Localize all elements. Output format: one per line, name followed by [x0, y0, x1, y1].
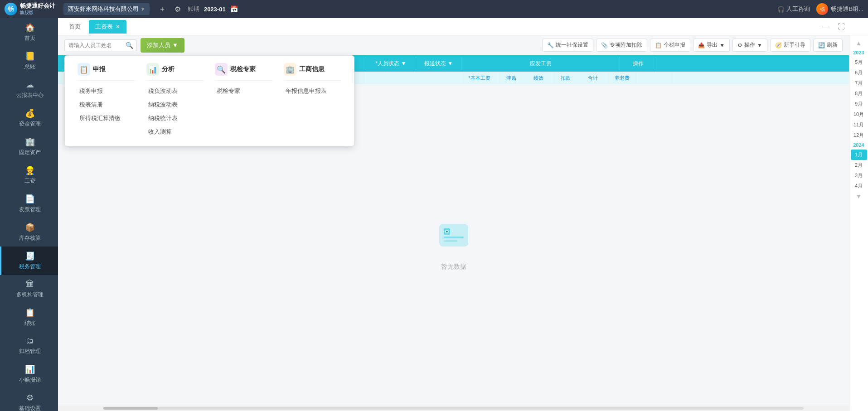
- chevron-down-ops-icon: ▼: [757, 42, 762, 48]
- guide-toolbar-button[interactable]: 🧭 新手引导: [770, 39, 810, 52]
- cal-month-2[interactable]: 2月: [851, 160, 867, 170]
- ledger-icon: 📒: [25, 51, 35, 61]
- dropdown-item-income-forecast[interactable]: 收入测算: [146, 125, 204, 139]
- dropdown-menu: 📋 申报 税务申报 税表清册 所得税汇算清缴 📊 分析 税负波动表 纳税波动表 …: [64, 55, 354, 146]
- sub-th-total: 合计: [579, 72, 606, 84]
- search-icon: 🔍: [126, 42, 133, 49]
- dropdown-item-annual-report[interactable]: 年报信息申报表: [284, 84, 342, 98]
- home-icon: 🏠: [25, 23, 35, 33]
- minimize-button[interactable]: —: [819, 20, 833, 34]
- dropdown-item-tax-clearance[interactable]: 税表清册: [78, 98, 136, 111]
- tab-home[interactable]: 首页: [63, 20, 87, 34]
- cal-arrow-down[interactable]: ▼: [854, 191, 864, 201]
- cal-month-9[interactable]: 9月: [851, 99, 867, 109]
- sidebar-label-settings: 基础设置: [19, 405, 41, 411]
- assets-icon: 🏢: [25, 137, 35, 147]
- add-icon[interactable]: ＋: [157, 4, 168, 15]
- user-menu[interactable]: 畅 畅捷通B组...: [816, 3, 863, 15]
- invoice-icon: 📄: [25, 194, 35, 204]
- period-label: 账期: [188, 5, 199, 13]
- sidebar-label-assets: 固定资产: [19, 149, 41, 156]
- restore-button[interactable]: ⛶: [834, 20, 848, 34]
- sidebar-item-cloud-report[interactable]: ☁ 云报表中心: [0, 75, 58, 104]
- calendar-icon[interactable]: 📅: [230, 5, 238, 13]
- cal-month-1[interactable]: 1月: [851, 150, 867, 160]
- th-status: *人员状态 ▼: [366, 57, 416, 70]
- top-bar-right: 🎧 人工咨询 畅 畅捷通B组...: [777, 3, 863, 15]
- right-calendar: ▲ 2023 5月 6月 7月 8月 9月 10月 11月 12月 2024 1…: [849, 35, 868, 411]
- tax-declaration-button[interactable]: 📋 个税申报: [650, 39, 690, 52]
- sidebar-item-multi-org[interactable]: 🏛 多机构管理: [0, 275, 58, 303]
- sidebar-item-settings[interactable]: ⚙ 基础设置: [0, 388, 58, 411]
- dropdown-item-income-tax[interactable]: 所得税汇算清缴: [78, 111, 136, 125]
- company-selector[interactable]: 西安虾米网络科技有限公司 ▼: [63, 3, 150, 15]
- cal-month-10[interactable]: 10月: [851, 109, 867, 120]
- dropdown-item-tax-fluctuation[interactable]: 纳税波动表: [146, 98, 204, 111]
- tab-close-icon[interactable]: ✕: [116, 24, 120, 30]
- sidebar-label-payroll: 工资: [24, 177, 35, 185]
- dropdown-section-biz-info: 🏢 工商信息 年报信息申报表: [278, 63, 347, 139]
- dropdown-section-analysis: 📊 分析 税负波动表 纳税波动表 纳税统计表 收入测算: [141, 63, 210, 139]
- sidebar-item-payroll[interactable]: 👷 工资: [0, 161, 58, 189]
- dropdown-item-tax-expert[interactable]: 税检专家: [215, 84, 273, 98]
- cal-month-7[interactable]: 7月: [851, 78, 867, 88]
- sidebar-item-inventory[interactable]: 📦 库存核算: [0, 218, 58, 247]
- analysis-section-icon: 📊: [146, 63, 159, 76]
- sidebar-label-close-period: 结账: [24, 319, 35, 327]
- search-box[interactable]: 🔍: [64, 39, 137, 51]
- sidebar-item-fund[interactable]: 💰 资金管理: [0, 104, 58, 132]
- guide-toolbar-icon: 🧭: [775, 42, 782, 48]
- svg-rect-0: [439, 224, 468, 247]
- headset-icon: 🎧: [777, 6, 785, 13]
- cal-month-6[interactable]: 6月: [851, 68, 867, 78]
- logo-icon: 畅: [5, 3, 17, 15]
- refresh-button[interactable]: 🔄 刷新: [813, 39, 843, 52]
- cal-month-4[interactable]: 4月: [851, 181, 867, 191]
- sidebar-item-ledger[interactable]: 📒 总账: [0, 47, 58, 75]
- operations-button[interactable]: ⚙ 操作 ▼: [732, 39, 767, 52]
- export-button[interactable]: 📤 导出 ▼: [693, 39, 730, 52]
- dropdown-item-tax-declaration[interactable]: 税务申报: [78, 84, 136, 98]
- sidebar-item-home[interactable]: 🏠 首页: [0, 18, 58, 47]
- search-input[interactable]: [68, 42, 123, 48]
- sidebar-item-invoice[interactable]: 📄 发票管理: [0, 189, 58, 218]
- th-ops: 操作: [620, 57, 656, 70]
- sidebar-item-archive[interactable]: 🗂 归档管理: [0, 332, 58, 360]
- social-insurance-button[interactable]: 🔧 统一社保设置: [542, 39, 593, 52]
- cal-month-3[interactable]: 3月: [851, 170, 867, 181]
- sidebar-item-tax[interactable]: 🧾 税务管理: [0, 247, 58, 275]
- svg-rect-2: [444, 237, 464, 238]
- sidebar-item-close-period[interactable]: 📋 结账: [0, 303, 58, 332]
- add-person-button[interactable]: 添加人员 ▼: [141, 38, 184, 53]
- cloud-icon: ☁: [26, 80, 34, 90]
- bottom-scrollbar[interactable]: [58, 406, 849, 411]
- cal-year-2024: 2024: [853, 142, 864, 148]
- cal-month-12[interactable]: 12月: [851, 130, 867, 140]
- cal-arrow-up[interactable]: ▲: [854, 38, 864, 48]
- dropdown-item-tax-stats[interactable]: 纳税统计表: [146, 111, 204, 125]
- special-deduction-button[interactable]: 📎 专项附加扣除: [596, 39, 647, 52]
- cal-month-11[interactable]: 11月: [851, 120, 867, 130]
- sidebar: 🏠 首页 📒 总账 ☁ 云报表中心 💰 资金管理 🏢 固定资产 👷 工资 📄 发…: [0, 18, 58, 411]
- ops-icon: ⚙: [737, 42, 742, 48]
- th-report-status: 报送状态 ▼: [416, 57, 461, 70]
- sub-th-allowance: 津贴: [498, 72, 525, 84]
- dropdown-item-tax-burden[interactable]: 税负波动表: [146, 84, 204, 98]
- tax-expert-section-icon: 🔍: [215, 63, 228, 76]
- cal-month-5[interactable]: 5月: [851, 57, 867, 68]
- dropdown-section-tax-expert: 🔍 税检专家 税检专家: [209, 63, 278, 139]
- toolbar: 🔍 添加人员 ▼ 🔧 统一社保设置 📎 专项附加扣除: [58, 35, 849, 55]
- tab-payroll[interactable]: 工资表 ✕: [89, 20, 126, 34]
- dropdown-section-title-declaration: 📋 申报: [78, 63, 136, 81]
- top-bar: 畅 畅捷通好会计 旗舰版 西安虾米网络科技有限公司 ▼ ＋ ⚙ 账期 2023-…: [0, 0, 868, 18]
- help-button[interactable]: 🎧 人工咨询: [777, 5, 810, 13]
- cal-month-8[interactable]: 8月: [851, 88, 867, 99]
- sub-th-deduction: 扣款: [552, 72, 579, 84]
- settings-icon[interactable]: ⚙: [172, 4, 183, 15]
- sidebar-label-inventory: 库存核算: [19, 234, 41, 242]
- sidebar-item-assets[interactable]: 🏢 固定资产: [0, 132, 58, 161]
- sidebar-item-expense[interactable]: 📊 小畅报销: [0, 360, 58, 388]
- avatar: 畅: [816, 3, 828, 15]
- dropdown-section-title-tax-expert: 🔍 税检专家: [215, 63, 273, 81]
- cal-year-2023: 2023: [853, 50, 864, 55]
